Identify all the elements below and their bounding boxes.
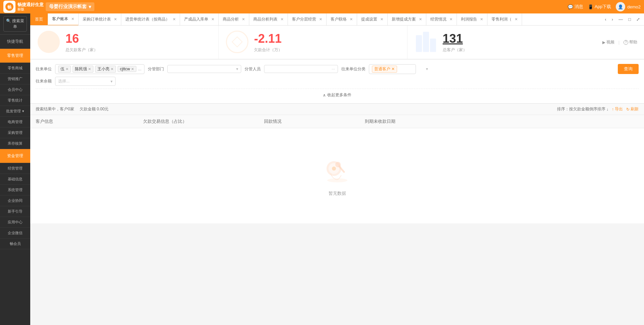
filter-row-2: 往来余额 选择... ▾: [36, 77, 639, 86]
tab-product-in[interactable]: 产成品入库单 ✕: [180, 13, 219, 26]
staff-filter-select[interactable]: ···: [264, 65, 338, 73]
tab-close-goods-analysis[interactable]: ✕: [242, 17, 245, 22]
sidebar-item-retail-stats[interactable]: 零售统计: [0, 95, 30, 106]
tab-close-new-achieve[interactable]: ✕: [419, 17, 422, 22]
dept-dropdown-icon: ▾: [236, 67, 238, 71]
stats-cards: ¥ 16 总欠款客户（家）: [30, 26, 596, 59]
query-button[interactable]: 查询: [618, 64, 639, 74]
tab-close-customer-book[interactable]: ✕: [71, 17, 74, 21]
unit-type-filter[interactable]: 普通客户 ✕: [369, 64, 416, 74]
tab-fullscreen-icon[interactable]: ⤢: [634, 17, 642, 22]
sidebar-item-basic-info[interactable]: 基础信息: [0, 174, 30, 185]
collapse-area: ∧ 收起更多条件: [36, 88, 639, 99]
remove-tag-chen[interactable]: ✕: [88, 67, 91, 71]
tab-retail-profit[interactable]: 零售利润（ ✕: [487, 13, 522, 26]
sidebar-item-retail[interactable]: 零售管理: [0, 49, 30, 63]
tab-goods-analysis[interactable]: 商品分析 ✕: [219, 13, 249, 26]
empty-icon: [320, 155, 354, 186]
search-menu-button[interactable]: 🔍 搜索菜单: [3, 16, 27, 32]
sort-button[interactable]: 排序：按欠款金额倒序排序 ↓: [557, 106, 608, 112]
help-icon: ?: [624, 40, 628, 45]
sidebar-item-member[interactable]: 会员中心: [0, 84, 30, 95]
stat-card-customers: ¥ 16 总欠款客户（家）: [30, 26, 219, 59]
result-bar: 搜索结果中，客户0家 欠款金额 0.00元 排序：按欠款金额倒序排序 ↓ ↑ 导…: [30, 104, 644, 115]
remove-tag-wu[interactable]: ✕: [66, 67, 69, 71]
sidebar-item-enterprise-wechat[interactable]: 企业微信: [0, 228, 30, 239]
stats-row: ¥ 16 总欠款客户（家）: [30, 26, 644, 59]
stat-bg-circle-2: [225, 30, 249, 55]
sidebar-item-wholesale[interactable]: 批发管理 ▾: [0, 106, 30, 117]
tab-close-goods-in[interactable]: ✕: [173, 17, 176, 22]
tab-maximize-icon[interactable]: □: [626, 17, 633, 22]
dept-filter-select[interactable]: ▾: [167, 65, 241, 73]
stat-total-number: 131: [443, 32, 467, 46]
export-icon: ↑: [612, 107, 614, 112]
stat-debt-label: 欠款合计（万）: [254, 47, 282, 53]
remove-tag-normal[interactable]: ✕: [391, 67, 395, 71]
collapse-button[interactable]: ∧ 收起更多条件: [36, 91, 639, 99]
message-btn[interactable]: 💬 消息: [568, 4, 583, 10]
tab-customer-book[interactable]: 客户账本 ✕: [48, 13, 79, 26]
unit-type-dropdown[interactable]: ▾: [419, 67, 429, 71]
table-header-repayment: 回款情况: [264, 118, 365, 124]
tab-close-business-status[interactable]: ✕: [449, 17, 453, 22]
unit-tag-cjttcw: cjttcw ✕: [118, 66, 136, 72]
tab-business-status[interactable]: 经营情况 ✕: [426, 13, 457, 26]
unit-filter-more[interactable]: ...: [138, 67, 141, 71]
account-selector[interactable]: 母婴行业演示帐套 ▾: [46, 2, 94, 11]
tab-close-retail-profit[interactable]: ✕: [515, 17, 518, 22]
sidebar-item-finance[interactable]: 资金管理: [0, 149, 30, 163]
tab-customer-contact[interactable]: 客户联络 ✕: [327, 13, 357, 26]
sidebar-item-system[interactable]: 系统管理: [0, 185, 30, 195]
tab-next-arrow[interactable]: ›: [610, 17, 615, 22]
tab-close-purchase[interactable]: ✕: [114, 17, 117, 22]
user-avatar[interactable]: 👤 demo2: [616, 2, 641, 11]
balance-filter-input[interactable]: 选择... ▾: [55, 77, 116, 86]
tab-promote-settings[interactable]: 提成设置 ✕: [357, 13, 388, 26]
help-btn[interactable]: ? 帮助: [624, 39, 637, 45]
app-container: 畅 畅捷通好生意 标版 母婴行业演示帐套 ▾ 💬 消息 📱 App下载 �: [0, 0, 644, 325]
sidebar-item-vip-member[interactable]: 畅会员: [0, 239, 30, 249]
tab-new-achieve[interactable]: 新增提成方案 ✕: [388, 13, 426, 26]
export-button[interactable]: ↑ 导出: [612, 106, 623, 112]
remove-tag-wang[interactable]: ✕: [111, 67, 114, 71]
sidebar-item-purchase[interactable]: 采购管理: [0, 128, 30, 138]
sidebar-item-operations[interactable]: 经营管理: [0, 163, 30, 174]
tab-minimize-icon[interactable]: —: [616, 17, 625, 22]
staff-filter-label: 分管人员: [245, 66, 261, 72]
tab-home[interactable]: 首页: [30, 13, 48, 26]
tab-close-goods-analysis-list[interactable]: ✕: [281, 17, 284, 22]
unit-filter-tags[interactable]: 伍 ✕ 陈民强 ✕ 王小亮 ✕: [55, 64, 144, 74]
balance-filter-label: 往来余额: [36, 78, 52, 84]
svg-point-4: [226, 31, 248, 52]
stat-card-3-content: 131 总客户（家）: [443, 32, 467, 53]
unit-type-label: 往来单位分类: [341, 66, 366, 72]
tab-goods-in-stats[interactable]: 进货单统计表（按商品） ✕: [121, 13, 180, 26]
tab-close-product-in[interactable]: ✕: [211, 17, 214, 22]
sidebar-item-marketing[interactable]: 营销推广: [0, 74, 30, 84]
tab-close-customer-contact[interactable]: ✕: [350, 17, 353, 22]
tab-purchase-order[interactable]: 采购订单统计表 ✕: [79, 13, 121, 26]
sidebar-quick-nav[interactable]: 快捷导航: [0, 35, 30, 49]
refresh-button[interactable]: ↻ 刷新: [626, 106, 639, 112]
sidebar-item-enterprise-collab[interactable]: 企业协同: [0, 195, 30, 206]
tab-close-profit-report[interactable]: ✕: [480, 17, 483, 22]
tab-goods-analysis-list[interactable]: 商品分析列表 ✕: [249, 13, 288, 26]
tab-customer-segment[interactable]: 客户分层经营 ✕: [288, 13, 327, 26]
refresh-icon: ↻: [626, 107, 630, 112]
sidebar-item-inventory[interactable]: 库存核算: [0, 138, 30, 149]
balance-dropdown-icon: ▾: [111, 79, 113, 84]
sidebar-item-retail-mall[interactable]: 零售商城: [0, 63, 30, 74]
sidebar-item-ecommerce[interactable]: 电商管理: [0, 117, 30, 128]
tab-close-customer-segment[interactable]: ✕: [319, 17, 322, 22]
video-btn[interactable]: ▶ 视频: [602, 39, 614, 45]
tab-prev-arrow[interactable]: ‹: [603, 17, 608, 22]
username: demo2: [627, 4, 641, 9]
remove-tag-cjttcw[interactable]: ✕: [131, 67, 134, 71]
sidebar-item-new-guide[interactable]: 新手引导: [0, 206, 30, 217]
video-icon: ▶: [602, 40, 605, 45]
tab-profit-report[interactable]: 利润报告 ✕: [457, 13, 487, 26]
download-btn[interactable]: 📱 App下载: [588, 4, 611, 10]
tab-close-promote-settings[interactable]: ✕: [380, 17, 383, 22]
sidebar-item-app-center[interactable]: 应用中心: [0, 217, 30, 228]
